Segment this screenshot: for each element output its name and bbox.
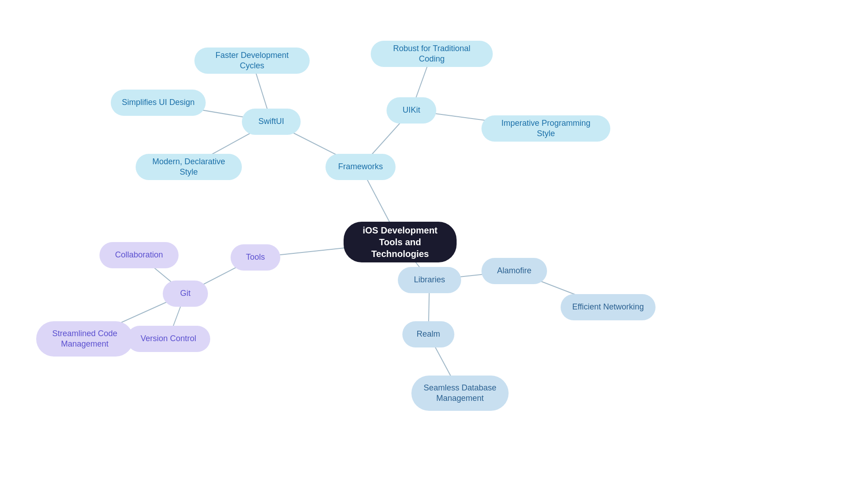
node-swiftui: SwiftUI [242,109,301,135]
node-simplifies_ui: Simplifies UI Design [111,90,206,116]
node-imperative: Imperative Programming Style [481,115,610,142]
node-collaboration: Collaboration [99,242,179,268]
node-label-robust_coding: Robust for Traditional Coding [382,43,482,65]
node-git: Git [163,281,208,307]
node-robust_coding: Robust for Traditional Coding [371,41,493,67]
node-realm: Realm [402,321,454,347]
node-frameworks: Frameworks [326,154,396,180]
node-label-swiftui: SwiftUI [258,116,284,127]
node-faster_dev: Faster Development Cycles [194,48,310,74]
node-label-realm: Realm [416,329,440,339]
node-alamofire: Alamofire [481,258,547,284]
node-uikit: UIKit [387,97,436,124]
node-libraries: Libraries [398,267,461,293]
node-version_control: Version Control [127,326,210,352]
node-label-tools: Tools [246,252,265,262]
node-label-alamofire: Alamofire [497,266,531,276]
node-label-efficient_networking: Efficient Networking [572,302,644,312]
node-label-frameworks: Frameworks [338,162,383,172]
node-label-version_control: Version Control [141,333,196,344]
node-label-center: iOS Development Tools and Technologies [354,224,446,260]
node-label-streamlined: Streamlined Code Management [52,328,117,350]
node-center: iOS Development Tools and Technologies [344,222,457,262]
node-label-libraries: Libraries [414,275,445,285]
node-label-modern_declarative: Modern, Declarative Style [146,157,231,178]
node-label-simplifies_ui: Simplifies UI Design [122,97,194,108]
node-modern_declarative: Modern, Declarative Style [136,154,242,180]
node-efficient_networking: Efficient Networking [561,294,656,320]
node-label-faster_dev: Faster Development Cycles [205,50,299,71]
node-label-collaboration: Collaboration [115,250,163,260]
node-label-seamless_db: Seamless Database Management [424,383,496,404]
node-seamless_db: Seamless Database Management [411,376,509,411]
node-streamlined: Streamlined Code Management [36,321,133,357]
node-label-uikit: UIKit [402,105,420,115]
node-tools: Tools [231,244,280,271]
node-label-git: Git [180,288,190,299]
node-label-imperative: Imperative Programming Style [492,118,599,139]
